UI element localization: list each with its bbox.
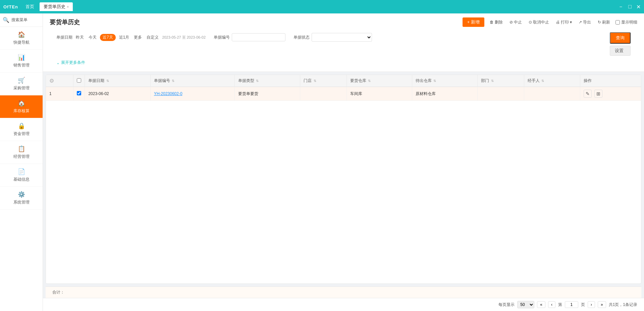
page-suffix: 页 [581,302,585,308]
sales-icon: 📊 [18,54,25,61]
date-last7days[interactable]: 近7天 [100,34,116,41]
cell-bill-date: 2023-06-02 [85,87,151,101]
col-bill-number-sort-icon[interactable]: ⇅ [172,79,174,83]
page-title-row: 要货单历史 + 新增 🗑 删除 ⊘ 中止 ⊙ 取消中止 [50,17,637,27]
new-button[interactable]: + 新增 [463,17,484,27]
date-last-month[interactable]: 近1月 [118,34,131,41]
page-size-label: 每页显示 [498,302,515,308]
date-shortcuts: 昨天 今天 近7天 近1月 更多 自定义 [74,34,160,41]
print-button[interactable]: 🖨 打印 ▾ [554,19,573,26]
col-req-warehouse-label: 要货仓库 [350,78,366,83]
stop-button[interactable]: ⊘ 中止 [508,19,523,26]
total-info: 共1页，1条记录 [609,302,637,308]
page-header: 要货单历史 + 新增 🗑 删除 ⊘ 中止 ⊙ 取消中止 [43,13,644,72]
cell-bill-number: YH-20230602-0 [150,87,234,101]
page-number-input[interactable] [565,301,578,308]
col-bill-date-sort-icon[interactable]: ⇅ [106,79,109,83]
sidebar-search[interactable]: 🔍 搜索菜单 [0,13,43,27]
export-button[interactable]: ↗ 导出 [577,19,592,26]
col-store-label: 门店 [304,78,312,83]
bill-status-label: 单据状态 [293,35,310,40]
sidebar-item-purchase[interactable]: 🛒 采购管理 [0,73,43,95]
date-range-text: 2023-05-27 至 2023-06-02 [162,35,206,40]
tab-close-icon[interactable]: × [67,5,69,9]
close-window-icon[interactable]: ✕ [636,4,641,10]
display-detail-label: 显示明细 [621,19,637,25]
col-pending-warehouse-label: 待出仓库 [416,78,432,83]
bill-number-input[interactable] [232,33,285,41]
data-table: ⚙ 单据日期 ⇅ 单据编号 ⇅ [46,75,641,101]
sidebar-item-basic-info[interactable]: 📄 基础信息 [0,164,43,187]
col-handler-label: 经手人 [528,78,540,83]
col-bill-type-sort-icon[interactable]: ⇅ [256,79,259,83]
last-page-button[interactable]: » [598,301,606,308]
row-detail-button[interactable]: ⊞ [594,90,602,98]
system-icon: ⚙️ [18,191,25,198]
page-size-select[interactable]: 10 20 50 100 [517,301,534,308]
query-button[interactable]: 查询 [610,32,631,44]
refresh-label: 刷新 [602,19,610,25]
first-page-button[interactable]: « [537,301,545,308]
col-store-sort-icon[interactable]: ⇅ [314,79,316,83]
basic-info-icon: 📄 [18,168,25,175]
stop-label: 中止 [514,19,522,25]
date-filter-group: 单据日期 昨天 今天 近7天 近1月 更多 自定义 2023-05-27 至 2… [56,34,206,41]
table-row[interactable]: 1 2023-06-02 YH-20230602-0 要货单要货 车间库 原材料… [46,87,641,101]
date-yesterday[interactable]: 昨天 [74,34,85,41]
date-today[interactable]: 今天 [87,34,98,41]
bill-number-link[interactable]: YH-20230602-0 [154,91,182,96]
bill-status-filter-group: 单据状态 [293,33,372,42]
row-checkbox[interactable] [77,91,81,95]
table-header-row: ⚙ 单据日期 ⇅ 单据编号 ⇅ [46,75,641,87]
col-store: 门店 ⇅ [300,75,346,87]
col-pending-warehouse-sort-icon[interactable]: ⇅ [433,79,436,83]
row-edit-button[interactable]: ✎ [584,90,592,98]
column-settings-icon[interactable]: ⚙ [49,78,54,84]
cancel-stop-button[interactable]: ⊙ 取消中止 [527,19,550,26]
sidebar-item-operations[interactable]: 📋 经营管理 [0,141,43,164]
maximize-icon[interactable]: □ [628,4,632,10]
sidebar-item-sales-label: 销售管理 [13,62,30,68]
expand-more-button[interactable]: ⌄ 展开更多条件 [56,58,85,67]
tab-home[interactable]: 首页 [21,2,38,11]
delete-button[interactable]: 🗑 删除 [488,19,504,26]
minimize-icon[interactable]: － [618,3,624,10]
col-department: 部门 ⇅ [478,75,524,87]
col-handler-sort-icon[interactable]: ⇅ [541,79,544,83]
settings-button[interactable]: 设置 [610,46,631,56]
date-custom[interactable]: 自定义 [145,34,160,41]
col-department-sort-icon[interactable]: ⇅ [491,79,494,83]
sidebar-item-inventory[interactable]: 🏠 库存核算 [0,95,43,118]
expand-label: 展开更多条件 [61,60,85,65]
sidebar-item-finance[interactable]: 🔒 资金管理 [0,118,43,141]
col-bill-date-label: 单据日期 [88,78,104,83]
sidebar-item-sales[interactable]: 📊 销售管理 [0,50,43,73]
col-bill-type-label: 单据类型 [238,78,254,83]
bill-status-select[interactable] [312,33,372,42]
print-dropdown-icon: ▾ [570,20,572,25]
select-all-checkbox[interactable] [77,78,81,83]
col-handler: 经手人 ⇅ [524,75,580,87]
sidebar-item-system[interactable]: ⚙️ 系统管理 [0,187,43,210]
inventory-icon: 🏠 [18,99,25,107]
col-req-warehouse-sort-icon[interactable]: ⇅ [368,79,371,83]
display-detail-checkbox[interactable]: 显示明细 [615,19,637,25]
date-more[interactable]: 更多 [132,34,143,41]
delete-icon: 🗑 [490,20,494,25]
display-detail-input[interactable] [615,20,620,25]
quick-nav-icon: 🏠 [18,31,25,38]
sidebar-item-quick-nav[interactable]: 🏠 快捷导航 [0,27,43,50]
next-page-button[interactable]: › [588,301,595,308]
finance-icon: 🔒 [18,122,25,130]
refresh-button[interactable]: ↻ 刷新 [596,19,611,26]
col-bill-number: 单据编号 ⇅ [150,75,234,87]
col-settings: ⚙ [46,75,73,87]
cell-handler [524,87,580,101]
export-label: 导出 [583,19,591,25]
prev-page-button[interactable]: ‹ [548,301,555,308]
expand-more-row: ⌄ 展开更多条件 [56,58,631,69]
row-actions: ✎ ⊞ [584,90,638,98]
filter-section: 单据日期 昨天 今天 近7天 近1月 更多 自定义 2023-05-27 至 2… [50,30,637,72]
sidebar-item-system-label: 系统管理 [13,199,30,205]
tab-requisition-history[interactable]: 要货单历史 × [40,2,73,11]
